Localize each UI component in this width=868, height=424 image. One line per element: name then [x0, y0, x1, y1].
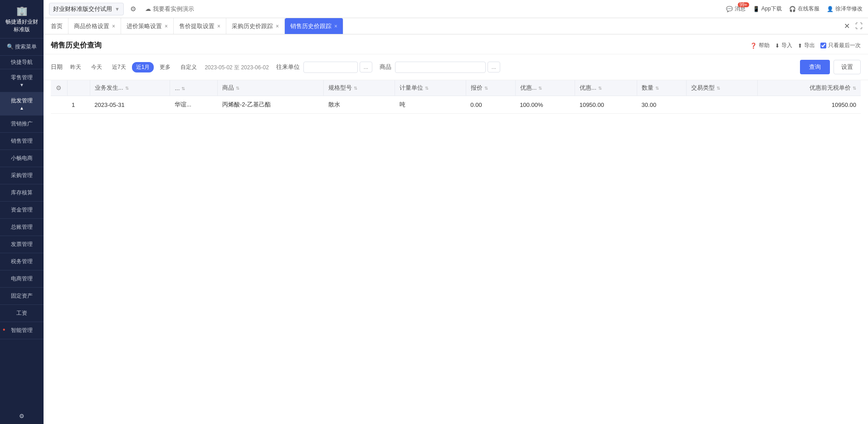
source-unit-input[interactable]	[303, 62, 358, 73]
col-spec[interactable]: 规格型号⇅	[324, 80, 395, 96]
purchase-label: 采购管理	[11, 172, 33, 179]
sidebar-item-ecommerce[interactable]: 电商管理	[0, 270, 44, 288]
tab-close-btn[interactable]: ✕	[842, 21, 852, 31]
row-discount-amt: 10950.00	[575, 96, 637, 114]
date-btn-custom[interactable]: 自定义	[176, 62, 201, 72]
tab-purchase-history[interactable]: 采购历史价跟踪 ×	[226, 18, 285, 34]
row-unit: 吨	[395, 96, 466, 114]
page-title: 销售历史价查询	[51, 41, 102, 50]
col-discount-amt[interactable]: 优惠...⇅	[575, 80, 637, 96]
demo-btn[interactable]: ☁ 我要看实例演示	[145, 5, 194, 13]
import-icon: ⬇	[775, 43, 780, 49]
date-search-group: 日期 昨天 今天 近7天 近1月 更多 自定义 2023-05-02 至 202…	[51, 62, 269, 72]
sidebar-item-smart[interactable]: 智能管理	[0, 322, 44, 339]
tab-purchase-strategy[interactable]: 进价策略设置 ×	[121, 18, 174, 34]
tab-sale-price-label: 售价提取设置	[179, 22, 215, 30]
table-gear-icon[interactable]: ⚙	[56, 84, 62, 92]
topbar-settings-icon[interactable]: ⚙	[128, 3, 138, 15]
app-download-btn[interactable]: 📱 App下载	[753, 5, 782, 13]
import-btn[interactable]: ⬇ 导入	[775, 42, 792, 49]
sidebar-item-sales[interactable]: 销售管理	[0, 133, 44, 150]
tab-sale-price[interactable]: 售价提取设置 ×	[174, 18, 226, 34]
search-actions: 查询 设置	[800, 60, 861, 74]
sidebar-item-purchase[interactable]: 采购管理	[0, 167, 44, 184]
col-pretax-price[interactable]: 优惠前无税单价⇅	[757, 80, 861, 96]
tab-purchase-history-close[interactable]: ×	[276, 23, 279, 29]
sidebar-item-marketing[interactable]: 营销推广	[0, 116, 44, 133]
sidebar-item-retail[interactable]: 零售管理 ▼	[0, 69, 44, 92]
tab-sales-history[interactable]: 销售历史价跟踪 ×	[285, 18, 343, 34]
help-btn[interactable]: ❓ 帮助	[750, 42, 770, 49]
date-btn-more[interactable]: 更多	[156, 62, 175, 72]
tab-home[interactable]: 首页	[45, 18, 68, 34]
date-btn-yesterday[interactable]: 昨天	[66, 62, 85, 72]
product-input-group: ...	[395, 62, 500, 73]
col-price[interactable]: 报价⇅	[466, 80, 515, 96]
tabs-right-buttons: ✕ ⛶	[842, 21, 866, 31]
message-btn[interactable]: 💬 消息 99+	[726, 5, 746, 13]
sidebar-item-ecommerce-small[interactable]: 小畅电商	[0, 150, 44, 167]
user-profile-btn[interactable]: 👤 徐泽华修改	[827, 5, 863, 13]
ecommerce-label: 电商管理	[11, 275, 33, 283]
sidebar-item-tax[interactable]: 税务管理	[0, 253, 44, 270]
row-index: 1	[67, 96, 90, 114]
sidebar-item-ledger[interactable]: 总账管理	[0, 219, 44, 236]
sidebar-item-salary[interactable]: 工资	[0, 305, 44, 322]
settings-btn[interactable]: 设置	[834, 60, 861, 74]
sidebar-item-wholesale[interactable]: 批发管理 ▲	[0, 92, 44, 116]
tab-expand-btn[interactable]: ⛶	[853, 21, 864, 31]
query-btn[interactable]: 查询	[800, 60, 830, 74]
col-extra[interactable]: ...⇅	[170, 80, 218, 96]
date-btn-7days[interactable]: 近7天	[108, 62, 130, 72]
tab-purchase-strategy-close[interactable]: ×	[165, 23, 168, 29]
date-range-text: 2023-05-02 至 2023-06-02	[205, 64, 268, 72]
finance-label: 资金管理	[11, 206, 33, 214]
marketing-label: 营销推广	[11, 120, 33, 128]
sidebar: 🏢 畅捷通好业财 标准版 🔍 搜索菜单 快捷导航 零售管理 ▼ 批发管理 ▲ 营…	[0, 0, 44, 424]
col-index	[67, 80, 90, 96]
message-badge: 99+	[738, 2, 749, 7]
sidebar-item-inventory[interactable]: 库存核算	[0, 184, 44, 202]
date-btn-today[interactable]: 今天	[87, 62, 106, 72]
import-label: 导入	[781, 42, 792, 49]
date-filter-btns: 昨天 今天 近7天 近1月 更多 自定义	[66, 62, 201, 72]
product-input[interactable]	[395, 62, 486, 73]
col-trade-type[interactable]: 交易类型⇅	[686, 80, 757, 96]
product-select[interactable]: 好业财标准版交付试用 ▼	[49, 3, 124, 15]
export-btn[interactable]: ⬆ 导出	[798, 42, 815, 49]
sidebar-item-invoice[interactable]: 发票管理	[0, 236, 44, 253]
headset-icon: 🎧	[789, 6, 796, 12]
wholesale-label: 批发管理	[11, 97, 33, 105]
source-unit-label: 往来单位	[276, 63, 300, 71]
tab-sale-price-close[interactable]: ×	[217, 23, 220, 29]
tab-product-price-label: 商品价格设置	[74, 22, 109, 30]
col-qty[interactable]: 数量⇅	[637, 80, 687, 96]
tab-product-price-close[interactable]: ×	[112, 23, 115, 29]
app-logo: 🏢 畅捷通好业财 标准版	[0, 0, 44, 39]
sidebar-search[interactable]: 🔍 搜索菜单	[0, 39, 44, 56]
sidebar-item-finance[interactable]: 资金管理	[0, 202, 44, 219]
sidebar-item-assets[interactable]: 固定资产	[0, 288, 44, 305]
col-biz-date[interactable]: 业务发生...⇅	[90, 80, 170, 96]
product-search-group: 商品 ...	[380, 62, 500, 73]
tax-label: 税务管理	[11, 258, 33, 265]
salary-label: 工资	[16, 309, 27, 317]
source-unit-input-group: ...	[303, 62, 372, 73]
online-service-btn[interactable]: 🎧 在线客服	[789, 5, 819, 13]
sidebar-settings[interactable]: ⚙	[0, 408, 44, 424]
table-wrap: ⚙ 业务发生...⇅ ...⇅ 商品⇅ 规格型号⇅ 计量单位⇅ 报价⇅ 优惠..…	[44, 80, 868, 114]
tab-sales-history-close[interactable]: ×	[334, 23, 337, 29]
col-discount-pct[interactable]: 优惠...⇅	[515, 80, 575, 96]
product-dots-btn[interactable]: ...	[488, 62, 500, 72]
quick-nav-label: 快捷导航	[11, 59, 33, 65]
sidebar-quick-nav[interactable]: 快捷导航	[0, 56, 44, 69]
only-last-checkbox[interactable]	[820, 43, 826, 48]
tabs-bar: 首页 商品价格设置 × 进价策略设置 × 售价提取设置 × 采购历史价跟踪 × …	[44, 18, 868, 34]
source-unit-dots-btn[interactable]: ...	[360, 62, 372, 72]
tab-sales-history-label: 销售历史价跟踪	[290, 22, 332, 30]
col-unit[interactable]: 计量单位⇅	[395, 80, 466, 96]
date-btn-1month[interactable]: 近1月	[132, 62, 154, 72]
col-product[interactable]: 商品⇅	[218, 80, 324, 96]
tab-product-price[interactable]: 商品价格设置 ×	[68, 18, 121, 34]
row-discount-pct: 100.00%	[515, 96, 575, 114]
